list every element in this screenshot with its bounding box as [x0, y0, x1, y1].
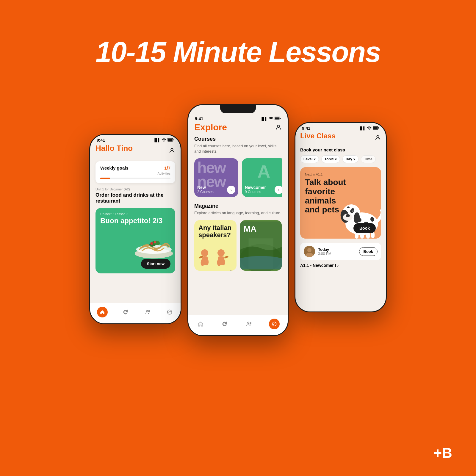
nav-refresh-left[interactable]: [121, 308, 130, 316]
session-day-1: Today: [318, 247, 356, 252]
book-next-label: Book your next class: [300, 147, 381, 152]
svg-point-8: [150, 242, 153, 245]
time-center: 9:41: [195, 116, 203, 121]
main-title: 10-15 Minute Lessons: [95, 36, 381, 68]
weekly-goals-count: 1/7: [164, 165, 170, 170]
courses-section-desc: Find all courses here, based on your lev…: [194, 143, 282, 154]
course-card-newcomer[interactable]: A Newcomer 9 Courses ›: [242, 158, 282, 197]
svg-point-21: [217, 249, 225, 256]
course-label-newcomer: Newcomer 9 Courses: [245, 185, 266, 194]
courses-section-title: Courses: [194, 136, 282, 142]
magazine-section-desc: Explore articles on language, learning, …: [194, 210, 282, 216]
phone-left: 9:41 ▐▌▌ Hallo Tino Weekly goals: [89, 134, 181, 324]
up-next-label: Up next › Lesson 2: [100, 212, 170, 216]
progress-fill: [100, 178, 110, 179]
course-arrow-newcomer[interactable]: ›: [275, 186, 282, 194]
session-time-1: 3:00 PM: [318, 252, 356, 256]
phones-container: 9:41 ▐▌▌ Hallo Tino Weekly goals: [89, 104, 387, 336]
magazine-card-main[interactable]: Any Italian speakers?: [194, 220, 237, 271]
course-label-new: New 2 Courses: [197, 185, 214, 194]
battery-icon: [167, 138, 174, 142]
svg-rect-15: [280, 118, 281, 119]
wifi-icon-c: [269, 117, 273, 121]
filter-topic[interactable]: Topic ∨: [321, 155, 340, 163]
start-now-button[interactable]: Start now: [141, 259, 170, 269]
session-info-1: Today 3:00 PM: [318, 247, 356, 256]
time-right: 9:41: [302, 126, 310, 131]
battery-icon-r: [373, 126, 379, 130]
live-class-title: Live Class: [300, 132, 336, 140]
signal-icon-c: ▐▌▌: [261, 117, 267, 120]
svg-rect-34: [378, 127, 379, 129]
svg-rect-50: [355, 233, 358, 239]
svg-rect-14: [275, 118, 280, 120]
magazine-section-title: Magazine: [194, 203, 282, 209]
progress-bar: [100, 178, 170, 179]
phone-center: 9:41 ▐▌▌ Explore Courses Find all course…: [187, 104, 289, 336]
wifi-icon: [162, 138, 166, 142]
explore-title: Explore: [194, 122, 227, 132]
status-bar-left: 9:41 ▐▌▌: [90, 135, 181, 144]
svg-point-9: [154, 241, 156, 243]
filter-level[interactable]: Level ∨: [300, 155, 319, 163]
next-class-label: Next in A1.1: [305, 173, 376, 176]
svg-point-11: [148, 311, 150, 312]
session-row-1: Today 3:00 PM Book: [300, 243, 381, 260]
course-arrow-new[interactable]: ›: [227, 186, 235, 194]
book-session-btn-1[interactable]: Book: [359, 247, 378, 256]
svg-rect-52: [366, 233, 370, 239]
nav-refresh-center[interactable]: [220, 320, 229, 328]
magazine-article-title: Any Italian speakers?: [198, 224, 232, 239]
nav-home-left[interactable]: [97, 307, 108, 317]
magazine-row: Any Italian speakers?: [194, 220, 282, 271]
teacher-avatar-1: [304, 246, 315, 257]
filter-day[interactable]: Day ∨: [342, 155, 358, 163]
brand-logo: +B: [433, 445, 452, 461]
user-icon-right[interactable]: [375, 134, 381, 141]
nav-users-left[interactable]: [143, 308, 152, 316]
nav-explore-center-active[interactable]: [269, 319, 280, 329]
phone-right: 9:41 ▐▌▌ Live Class Book your next class: [295, 122, 387, 312]
pasta-image: [132, 228, 175, 260]
explore-header: Explore: [194, 122, 282, 132]
svg-rect-2: [173, 139, 174, 140]
svg-point-41: [346, 214, 350, 217]
user-icon-center[interactable]: [275, 124, 282, 131]
unit-label: Unit 1 for Beginner (A2): [95, 187, 175, 191]
svg-rect-1: [168, 139, 173, 141]
book-button-animal[interactable]: Book: [353, 223, 376, 233]
wifi-icon-r: [367, 126, 372, 130]
svg-point-31: [273, 322, 277, 326]
right-phone-content: Live Class Book your next class Level ∨ …: [295, 132, 386, 268]
bottom-nav-center: [188, 315, 288, 335]
lesson-card: Up next › Lesson 2 Buon appetito! 2/3: [95, 208, 175, 273]
svg-point-29: [248, 322, 249, 323]
lesson-card-title: Buon appetito! 2/3: [100, 217, 170, 225]
weekly-goals-title: Weekly goals: [100, 165, 129, 170]
time-left: 9:41: [97, 138, 105, 143]
status-bar-right: 9:41 ▐▌▌: [295, 123, 386, 132]
svg-point-10: [146, 310, 148, 311]
filter-row: Level ∨ Topic ∨ Day ∨ Time: [300, 155, 381, 163]
center-phone-content: Explore Courses Find all courses here, b…: [188, 122, 288, 271]
magazine-illustration: By Dylan Lyo: [194, 247, 233, 271]
svg-point-16: [277, 125, 279, 127]
svg-point-55: [307, 248, 311, 252]
magazine-card-second[interactable]: MA: [240, 220, 282, 271]
bottom-nav-left: [90, 303, 181, 323]
lesson-title: Order food and drinks at the restaurant: [95, 192, 175, 204]
course-card-new[interactable]: hewnew New 2 Courses ›: [194, 158, 238, 197]
user-icon-left[interactable]: [169, 147, 175, 154]
weekly-goals-card: Weekly goals 1/7 Activities: [95, 161, 175, 183]
status-bar-center: 9:41 ▐▌▌: [188, 113, 288, 122]
status-icons-left: ▐▌▌: [154, 138, 174, 142]
nav-explore-left[interactable]: [165, 308, 174, 316]
battery-icon-c: [275, 117, 281, 121]
status-icons-right: ▐▌▌: [359, 126, 379, 130]
course-bg-letter: A: [257, 161, 270, 182]
goals-subtext: Activities: [100, 172, 170, 175]
nav-home-center[interactable]: [196, 320, 205, 328]
nav-users-center[interactable]: [245, 320, 253, 328]
filter-time[interactable]: Time: [361, 155, 376, 163]
level-label[interactable]: A1.1 - Newcomer I ›: [300, 263, 381, 268]
